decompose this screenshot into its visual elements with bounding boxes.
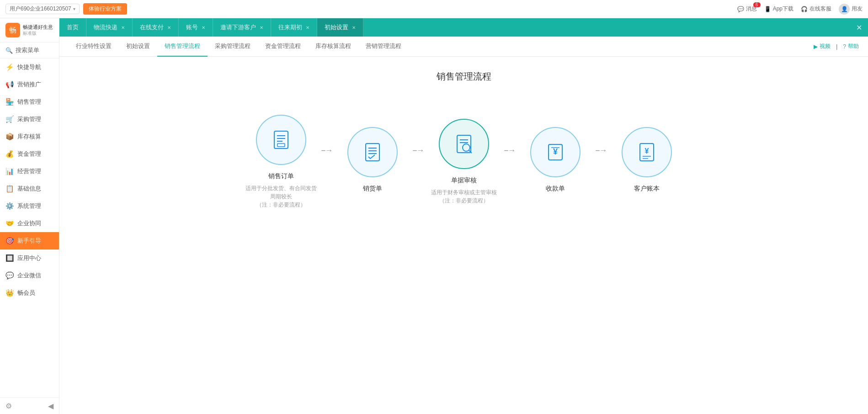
- flow-step-delivery[interactable]: 销货单: [336, 127, 409, 196]
- sub-tab-marketing-flow[interactable]: 营销管理流程: [358, 37, 409, 57]
- user-selector[interactable]: 用户690企业1660120507 ▾: [5, 4, 80, 14]
- flow-step-receipt[interactable]: ¥ 收款单: [519, 127, 592, 196]
- online-service-button[interactable]: 🎧 在线客服: [801, 5, 831, 13]
- settings-icon[interactable]: ⚙: [5, 402, 12, 410]
- tab-online-pay[interactable]: 在线支付 ✕: [133, 18, 179, 37]
- tab-home-label: 首页: [67, 23, 79, 32]
- tab-home[interactable]: 首页: [59, 18, 86, 37]
- flow-step-delivery-name: 销货单: [363, 185, 382, 193]
- sub-tab-label: 营销管理流程: [366, 42, 401, 50]
- tab-period-close[interactable]: ✕: [306, 25, 309, 30]
- sidebar-item-marketing[interactable]: 📢 营销推广: [0, 76, 59, 93]
- tab-online-pay-close[interactable]: ✕: [167, 25, 171, 30]
- sidebar-item-purchase[interactable]: 🛒 采购管理: [0, 111, 59, 128]
- tab-initial-setup[interactable]: 初始设置 ✕: [317, 18, 363, 37]
- sidebar-item-label: 系统管理: [17, 202, 41, 210]
- main-content: 首页 物流快递 ✕ 在线支付 ✕ 账号 ✕ 邀请下游客户 ✕ 往来期初 ✕: [59, 18, 868, 414]
- video-icon: ▶: [814, 43, 818, 50]
- sidebar-item-vip[interactable]: 👑 畅会员: [0, 284, 59, 302]
- tab-invite-downstream[interactable]: 邀请下游客户 ✕: [213, 18, 271, 37]
- sidebar-search[interactable]: 🔍 搜索菜单: [0, 42, 59, 58]
- tab-account-close[interactable]: ✕: [202, 25, 205, 30]
- flow-step-review-desc: 适用于财务审核或主管审核: [431, 188, 497, 196]
- sidebar-item-operation[interactable]: 📊 经营管理: [0, 163, 59, 180]
- flow-step-delivery-circle: [347, 127, 398, 177]
- inventory-icon: 📦: [5, 133, 14, 141]
- tab-account-label: 账号: [186, 23, 198, 32]
- sub-tab-label: 初始设置: [126, 42, 150, 50]
- collapse-icon[interactable]: ◀: [48, 402, 53, 410]
- sub-tab-initial-setup[interactable]: 初始设置: [119, 37, 157, 57]
- sub-tab-finance-flow[interactable]: 资金管理流程: [258, 37, 308, 57]
- video-help-button[interactable]: ▶ 视频: [814, 42, 831, 50]
- user-menu[interactable]: 👤 用友: [839, 4, 863, 15]
- top-bar-left: 用户690企业1660120507 ▾ 体验行业方案: [5, 3, 127, 15]
- sub-tab-purchase-flow[interactable]: 采购管理流程: [208, 37, 258, 57]
- sidebar-item-enterprise-wechat[interactable]: 💬 企业微信: [0, 267, 59, 284]
- sidebar-item-system[interactable]: ⚙️ 系统管理: [0, 197, 59, 215]
- flow-step-review-name: 单据审核: [451, 176, 477, 185]
- enterprise-collab-icon: 🤝: [5, 219, 14, 228]
- tab-account[interactable]: 账号 ✕: [179, 18, 213, 37]
- sub-tab-industry-settings[interactable]: 行业特性设置: [69, 37, 119, 57]
- tab-invite-close[interactable]: ✕: [260, 25, 263, 30]
- svg-text:¥: ¥: [553, 147, 557, 156]
- sidebar-item-sales[interactable]: 🏪 销售管理: [0, 93, 59, 111]
- sidebar-item-quick-nav[interactable]: ⚡ 快捷导航: [0, 58, 59, 76]
- tab-online-pay-label: 在线支付: [140, 23, 164, 32]
- flow-step-receipt-circle: ¥: [530, 127, 580, 177]
- tab-period-init[interactable]: 往来期初 ✕: [271, 18, 317, 37]
- app-download-label: App下载: [773, 5, 793, 13]
- tab-initial-close[interactable]: ✕: [352, 25, 356, 30]
- flow-step-ledger-circle: ¥: [622, 127, 672, 177]
- purchase-icon: 🛒: [5, 115, 14, 123]
- chevron-down-icon: ▾: [73, 6, 75, 11]
- page-title: 销售管理流程: [78, 70, 850, 83]
- online-service-label: 在线客服: [809, 5, 831, 13]
- logo-sub: 标准版: [23, 30, 53, 37]
- tab-invite-label: 邀请下游客户: [220, 23, 256, 32]
- headset-icon: 🎧: [801, 6, 808, 12]
- logo-text: 畅捷通好生意: [23, 24, 53, 30]
- operation-icon: 📊: [5, 167, 14, 175]
- marketing-icon: 📢: [5, 80, 14, 89]
- sidebar-item-label: 销售管理: [17, 98, 41, 106]
- sidebar-item-app-center[interactable]: 🔲 应用中心: [0, 249, 59, 267]
- trial-button[interactable]: 体验行业方案: [83, 3, 127, 15]
- flow-step-review[interactable]: 单据审核 适用于财务审核或主管审核 （注：非必要流程）: [427, 119, 501, 205]
- tab-logistics-close[interactable]: ✕: [121, 25, 125, 30]
- flow-step-sales-order[interactable]: 销售订单 适用于分批发货、有合同发货周期较长 （注：非必要流程）: [245, 115, 318, 209]
- sidebar-item-label: 采购管理: [17, 115, 41, 123]
- divider: |: [836, 43, 837, 50]
- enterprise-wechat-icon: 💬: [5, 271, 14, 280]
- flow-step-review-note: （注：非必要流程）: [439, 196, 489, 205]
- flow-step-review-circle: [439, 119, 489, 169]
- sidebar-item-enterprise-collab[interactable]: 🤝 企业协同: [0, 215, 59, 232]
- flow-arrow-3: --→: [504, 146, 515, 155]
- nav-tabs-close-all[interactable]: ✕: [850, 23, 868, 32]
- tab-period-label: 往来期初: [278, 23, 302, 32]
- message-button[interactable]: 💬 6 消息: [737, 5, 757, 13]
- sidebar-item-finance[interactable]: 💰 资金管理: [0, 145, 59, 163]
- sidebar-item-inventory[interactable]: 📦 库存核算: [0, 128, 59, 145]
- flow-step-sales-order-note: （注：非必要流程）: [256, 201, 306, 209]
- avatar: 👤: [839, 4, 850, 15]
- sub-tab-sales-flow[interactable]: 销售管理流程: [157, 37, 208, 57]
- app-download-button[interactable]: 📱 App下载: [764, 5, 793, 13]
- sidebar-item-beginner-guide[interactable]: 🎯 新手引导: [0, 232, 59, 249]
- flow-arrow-4: --→: [596, 146, 607, 155]
- help-button[interactable]: ? 帮助: [843, 42, 859, 50]
- sidebar-item-label: 畅会员: [17, 289, 35, 297]
- finance-icon: 💰: [5, 150, 14, 158]
- sidebar-item-label: 快捷导航: [17, 63, 41, 71]
- sales-icon: 🏪: [5, 98, 14, 106]
- svg-rect-4: [277, 143, 285, 147]
- flow-step-ledger[interactable]: ¥ 客户账本: [610, 127, 683, 196]
- sub-tab-inventory-flow[interactable]: 库存核算流程: [308, 37, 358, 57]
- flow-step-sales-order-circle: [256, 115, 306, 165]
- sidebar-item-basic-info[interactable]: 📋 基础信息: [0, 180, 59, 197]
- sidebar-item-label: 库存核算: [17, 133, 41, 141]
- flow-diagram: 销售订单 适用于分批发货、有合同发货周期较长 （注：非必要流程） --→: [78, 106, 850, 218]
- sub-tab-label: 行业特性设置: [76, 42, 112, 50]
- tab-logistics[interactable]: 物流快递 ✕: [86, 18, 133, 37]
